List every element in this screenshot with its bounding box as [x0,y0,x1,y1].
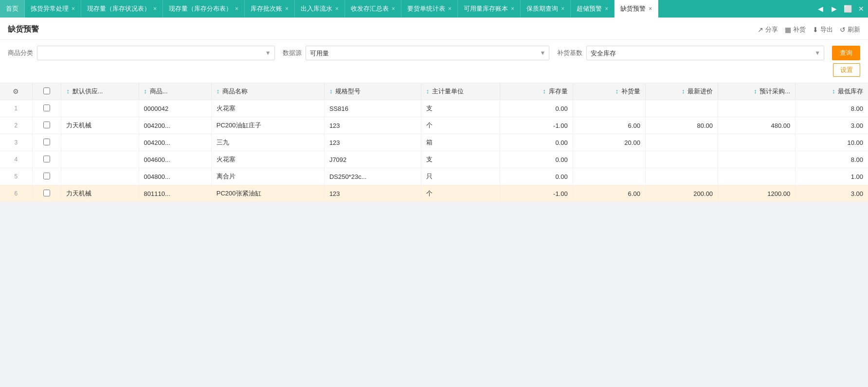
th-goods-code[interactable]: ↕ 商品... [139,83,211,100]
filter-group-datasource: 数据源 可用量 ▼ [283,46,550,60]
row-checkbox-6[interactable] [43,190,50,196]
td-min-stock-1: 8.00 [796,100,868,117]
replenish-base-select[interactable]: 安全库存 [586,46,824,60]
tab-inventory-dist-close[interactable]: × [235,5,238,12]
td-goods-code-3: 004200... [139,134,211,151]
th-settings[interactable]: ⚙ [0,83,32,100]
category-select[interactable] [37,46,275,60]
tab-batch-account-close[interactable]: × [285,5,289,12]
td-checkbox-6[interactable] [32,185,61,202]
tab-overstock[interactable]: 超储预警 × [571,0,615,18]
row-checkbox-5[interactable] [43,173,50,179]
main-content: 缺货预警 ↗ 分享 ▦ 补货 ⬇ 导出 ↺ 刷新 商品分类 [0,18,868,202]
tab-order-stats[interactable]: 要货单统计表 × [401,0,458,18]
row-checkbox-4[interactable] [43,156,50,162]
tab-abnormal[interactable]: 拣货异常处理 × [25,0,81,18]
tab-available-ledger-label: 可用量库存账本 [464,4,508,13]
datasource-label: 数据源 [283,49,302,57]
th-goods-name[interactable]: ↕ 商品名称 [211,83,324,100]
table-row: 3 004200... 三九 123 箱 0.00 20.00 10.00 [0,134,868,151]
tab-recv-summary-close[interactable]: × [392,5,395,12]
th-est-purchase-sort: ↕ [754,88,757,95]
tab-inventory-dist[interactable]: 现存量（库存分布表） × [163,0,245,18]
tab-recv-summary[interactable]: 收发存汇总表 × [345,0,401,18]
td-unit-3: 箱 [421,134,500,151]
tab-inout-flow-label: 出入库流水 [301,4,332,13]
td-unit-1: 支 [421,100,500,117]
td-latest-price-2: 80.00 [645,117,718,134]
window-close-btn[interactable]: ✕ [854,5,868,13]
th-spec[interactable]: ↕ 规格型号 [324,83,421,100]
th-goods-name-sort: ↕ [217,88,220,95]
column-settings-icon[interactable]: ⚙ [13,88,19,95]
tab-expiry-query-close[interactable]: × [561,5,564,12]
td-supplier-1 [61,100,139,117]
tab-home[interactable]: 首页 [0,0,25,18]
tab-batch-account[interactable]: 库存批次账 × [245,0,295,18]
th-latest-price[interactable]: ↕ 最新进价 [645,83,718,100]
th-unit[interactable]: ↕ 主计量单位 [421,83,500,100]
tab-shortage[interactable]: 缺货预警 × [615,0,658,18]
td-seq-6: 6 [0,185,32,202]
th-default-supplier[interactable]: ↕ 默认供应... [61,83,139,100]
th-stock[interactable]: ↕ 库存量 [500,83,573,100]
export-button[interactable]: ⬇ 导出 [813,25,833,34]
filter-actions: 查询 设置 [832,46,860,77]
td-spec-5: DS250*23c... [324,168,421,185]
tab-inventory-status[interactable]: 现存量（库存状况表） × [81,0,163,18]
td-checkbox-5[interactable] [32,168,61,185]
page-title: 缺货预警 [8,24,39,35]
td-min-stock-6: 3.00 [796,185,868,202]
td-checkbox-1[interactable] [32,100,61,117]
settings-button[interactable]: 设置 [833,63,860,77]
td-checkbox-4[interactable] [32,151,61,168]
td-seq-2: 2 [0,117,32,134]
tab-next-btn[interactable]: ▶ [827,5,841,13]
td-stock-3: 0.00 [500,134,573,151]
tab-order-stats-close[interactable]: × [448,5,452,12]
tab-overstock-close[interactable]: × [605,5,608,12]
td-est-purchase-1 [718,100,796,117]
window-restore-btn[interactable]: ⬜ [841,5,854,13]
row-checkbox-2[interactable] [43,122,50,128]
select-all-checkbox[interactable] [43,88,50,94]
th-replenish-sort: ↕ [615,88,619,95]
td-min-stock-5: 1.00 [796,168,868,185]
tab-overstock-label: 超储预警 [577,4,602,13]
table-header-row: ⚙ ↕ 默认供应... ↕ 商品... ↕ 商品名称 [0,83,868,100]
tab-shortage-close[interactable]: × [649,5,652,12]
row-checkbox-3[interactable] [43,139,50,145]
tab-inventory-status-close[interactable]: × [153,5,157,12]
th-min-stock[interactable]: ↕ 最低库存 [796,83,868,100]
row-checkbox-1[interactable] [43,105,50,111]
td-est-purchase-2: 480.00 [718,117,796,134]
replenish-base-select-wrapper: 安全库存 ▼ [586,46,824,60]
td-checkbox-3[interactable] [32,134,61,151]
td-stock-4: 0.00 [500,151,573,168]
replenish-button[interactable]: ▦ 补货 [785,25,806,34]
td-checkbox-2[interactable] [32,117,61,134]
tab-batch-account-label: 库存批次账 [251,4,282,13]
tab-available-ledger-close[interactable]: × [511,5,514,12]
export-icon: ⬇ [813,26,818,34]
export-label: 导出 [820,25,833,34]
tab-inout-flow[interactable]: 出入库流水 × [295,0,345,18]
datasource-select[interactable]: 可用量 [306,46,550,60]
tab-prev-btn[interactable]: ◀ [814,5,827,13]
td-seq-5: 5 [0,168,32,185]
share-button[interactable]: ↗ 分享 [758,25,778,34]
td-est-purchase-3 [718,134,796,151]
td-stock-1: 0.00 [500,100,573,117]
td-latest-price-6: 200.00 [645,185,718,202]
th-replenish[interactable]: ↕ 补货量 [573,83,645,100]
tab-inout-flow-close[interactable]: × [335,5,339,12]
th-est-purchase[interactable]: ↕ 预计采购... [718,83,796,100]
td-min-stock-3: 10.00 [796,134,868,151]
query-button[interactable]: 查询 [832,46,860,60]
th-stock-sort: ↕ [543,88,546,95]
page-header: 缺货预警 ↗ 分享 ▦ 补货 ⬇ 导出 ↺ 刷新 [0,18,868,40]
tab-available-ledger[interactable]: 可用量库存账本 × [458,0,521,18]
tab-abnormal-close[interactable]: × [72,5,75,12]
tab-expiry-query[interactable]: 保质期查询 × [521,0,571,18]
refresh-button[interactable]: ↺ 刷新 [840,25,860,34]
